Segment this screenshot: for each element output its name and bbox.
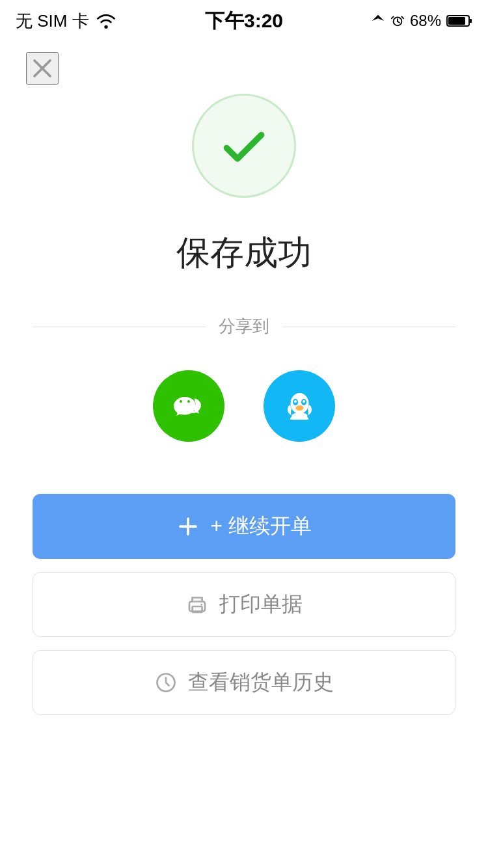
share-divider: 分享到 (0, 315, 488, 338)
wifi-icon (96, 13, 116, 29)
print-icon (185, 593, 209, 616)
share-icons (153, 370, 335, 442)
wechat-icon (168, 385, 210, 427)
svg-rect-5 (469, 19, 472, 23)
qq-share-button[interactable] (264, 370, 335, 442)
battery-icon (446, 14, 472, 28)
main-content: 保存成功 分享到 (0, 42, 488, 715)
qq-icon (278, 385, 321, 427)
svg-point-20 (200, 604, 202, 606)
svg-rect-19 (193, 606, 202, 612)
close-icon (31, 57, 54, 80)
continue-label: + 继续开单 (210, 512, 312, 541)
print-label: 打印单据 (219, 590, 303, 619)
success-title: 保存成功 (176, 230, 312, 276)
close-button[interactable] (26, 52, 59, 85)
status-left: 无 SIM 卡 (16, 10, 116, 33)
svg-rect-4 (448, 17, 465, 25)
history-label: 查看销货单历史 (188, 668, 334, 697)
action-buttons: + 继续开单 打印单据 查看销货单历史 (33, 494, 455, 715)
alarm-icon (390, 14, 405, 28)
print-button[interactable]: 打印单据 (33, 572, 455, 637)
wechat-share-button[interactable] (153, 370, 224, 442)
battery-percentage: 68% (410, 12, 441, 30)
history-icon (154, 671, 178, 694)
check-icon (218, 120, 270, 172)
location-icon (371, 14, 385, 28)
svg-line-2 (398, 21, 400, 23)
success-circle (192, 94, 296, 198)
svg-point-12 (294, 400, 297, 403)
continue-button[interactable]: + 继续开单 (33, 494, 455, 559)
share-label: 分享到 (206, 315, 282, 338)
carrier-text: 无 SIM 卡 (16, 10, 89, 33)
status-right: 68% (371, 12, 472, 30)
status-time: 下午3:20 (205, 8, 283, 34)
svg-point-13 (303, 400, 305, 403)
history-button[interactable]: 查看销货单历史 (33, 650, 455, 715)
plus-icon (176, 515, 200, 538)
status-bar: 无 SIM 卡 下午3:20 68% (0, 0, 488, 42)
svg-point-14 (295, 405, 303, 411)
